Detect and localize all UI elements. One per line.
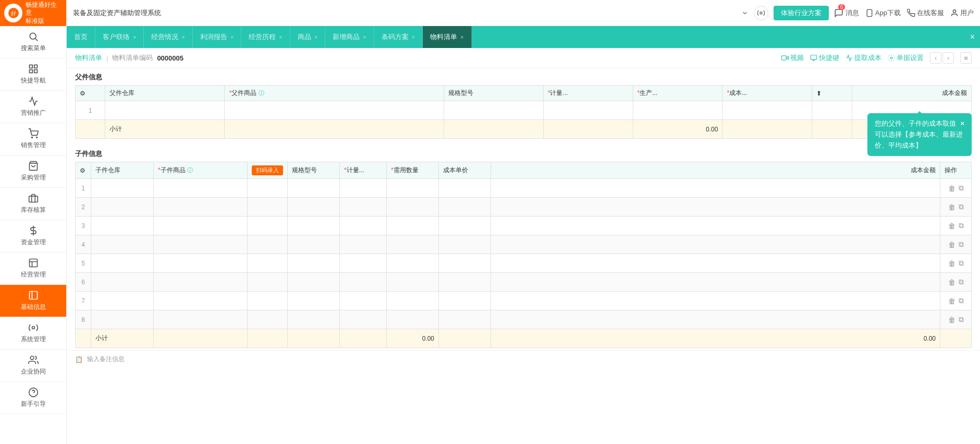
child-warehouse-4[interactable] [91, 235, 154, 254]
child-cost-amount-2[interactable] [491, 198, 940, 217]
delete-icon-1[interactable]: 🗑 [948, 184, 956, 193]
child-unit-5[interactable] [340, 254, 387, 273]
online-service-button[interactable]: 在线客服 [907, 8, 944, 18]
trial-button[interactable]: 体验行业方案 [774, 6, 829, 20]
child-unit-cost-7[interactable] [439, 292, 491, 310]
single-settings-button[interactable]: 单据设置 [888, 53, 924, 63]
sidebar-item-sales[interactable]: 销售管理 [0, 123, 66, 155]
child-quantity-4[interactable] [387, 235, 439, 254]
sidebar-item-guide[interactable]: 新手引导 [0, 382, 66, 414]
tab-close-history[interactable]: × [279, 34, 282, 40]
child-unit-cost-3[interactable] [439, 217, 491, 235]
user-button[interactable]: 用户 [950, 8, 974, 18]
child-unit-cost-8[interactable] [439, 310, 491, 329]
tab-customers[interactable]: 客户联络 × [95, 26, 144, 48]
prev-button[interactable]: ‹ [930, 52, 941, 64]
child-col-settings[interactable]: ⚙ [76, 162, 91, 179]
child-warehouse-3[interactable] [91, 217, 154, 235]
child-product-1[interactable] [154, 179, 248, 198]
delete-icon-3[interactable]: 🗑 [948, 222, 956, 230]
sidebar-item-finance[interactable]: 资金管理 [0, 220, 66, 253]
child-cost-amount-4[interactable] [491, 235, 940, 254]
child-unit-3[interactable] [340, 217, 387, 235]
settings-button[interactable] [754, 6, 768, 20]
child-warehouse-5[interactable] [91, 254, 154, 273]
child-cost-amount-5[interactable] [491, 254, 940, 273]
child-quantity-1[interactable] [387, 179, 439, 198]
tab-new-goods[interactable]: 新增商品 × [325, 26, 374, 48]
child-product-2[interactable] [154, 198, 248, 217]
child-product-6[interactable] [154, 273, 248, 292]
child-unit-cost-4[interactable] [439, 235, 491, 254]
child-product-3[interactable] [154, 217, 248, 235]
child-spec-7[interactable] [288, 292, 340, 310]
shortcut-button[interactable]: 快捷键 [810, 53, 839, 63]
tab-close-bom[interactable]: × [460, 34, 463, 40]
sidebar-item-purchase[interactable]: 采购管理 [0, 155, 66, 188]
parent-product-1[interactable] [225, 101, 444, 120]
child-spec-4[interactable] [288, 235, 340, 254]
sidebar-item-enterprise[interactable]: 企业协同 [0, 350, 66, 382]
tab-close-goods[interactable]: × [314, 34, 317, 40]
tab-close-operations[interactable]: × [181, 34, 185, 40]
child-cost-amount-1[interactable] [491, 179, 940, 198]
tab-close-all[interactable]: × [965, 26, 980, 48]
parent-unit-1[interactable] [543, 101, 633, 120]
child-quantity-5[interactable] [387, 254, 439, 273]
copy-icon-4[interactable]: ⧉ [959, 240, 964, 249]
sidebar-item-quick-nav[interactable]: 快捷导航 [0, 58, 66, 91]
child-spec-8[interactable] [288, 310, 340, 329]
child-warehouse-2[interactable] [91, 198, 154, 217]
child-cost-amount-7[interactable] [491, 292, 940, 310]
menu-icon-button[interactable]: ≡ [960, 52, 972, 64]
scan-button[interactable]: 扫码录入 [252, 165, 283, 175]
message-button[interactable]: 6 消息 [834, 8, 859, 18]
parent-spec-1[interactable] [444, 101, 543, 120]
tab-history[interactable]: 经营历程 × [241, 26, 290, 48]
child-unit-7[interactable] [340, 292, 387, 310]
child-spec-3[interactable] [288, 217, 340, 235]
delete-icon-8[interactable]: 🗑 [948, 316, 956, 324]
breadcrumb-parent[interactable]: 物料清单 [75, 53, 102, 63]
child-cost-amount-6[interactable] [491, 273, 940, 292]
copy-icon-3[interactable]: ⧉ [959, 221, 964, 230]
copy-icon-2[interactable]: ⧉ [959, 202, 964, 211]
child-spec-6[interactable] [288, 273, 340, 292]
tab-close-barcode[interactable]: × [412, 34, 415, 40]
child-warehouse-7[interactable] [91, 292, 154, 310]
child-unit-cost-1[interactable] [439, 179, 491, 198]
parent-warehouse-1[interactable] [105, 101, 225, 120]
next-button[interactable]: › [942, 52, 954, 64]
child-warehouse-6[interactable] [91, 273, 154, 292]
parent-cost-1[interactable] [722, 101, 812, 120]
child-unit-cost-6[interactable] [439, 273, 491, 292]
delete-icon-6[interactable]: 🗑 [948, 278, 956, 286]
tab-profit[interactable]: 利润报告 × [193, 26, 241, 48]
child-warehouse-1[interactable] [91, 179, 154, 198]
extract-cost-button[interactable]: 提取成本 [846, 53, 881, 63]
child-product-7[interactable] [154, 292, 248, 310]
child-quantity-7[interactable] [387, 292, 439, 310]
copy-icon-7[interactable]: ⧉ [959, 296, 964, 305]
copy-icon-6[interactable]: ⧉ [959, 278, 964, 286]
dropdown-icon[interactable] [741, 9, 749, 17]
view-video-button[interactable]: 视频 [781, 53, 804, 63]
sidebar-item-operations[interactable]: 经营管理 [0, 253, 66, 285]
tab-close-profit[interactable]: × [230, 34, 234, 40]
tab-goods[interactable]: 商品 × [290, 26, 325, 48]
sidebar-item-inventory[interactable]: 库存核算 [0, 188, 66, 220]
tab-bom[interactable]: 物料清单 × [423, 26, 471, 48]
delete-icon-7[interactable]: 🗑 [948, 297, 956, 305]
copy-icon-1[interactable]: ⧉ [959, 184, 964, 193]
parent-production-1[interactable] [633, 101, 722, 120]
child-quantity-6[interactable] [387, 273, 439, 292]
child-spec-5[interactable] [288, 254, 340, 273]
child-quantity-3[interactable] [387, 217, 439, 235]
child-spec-2[interactable] [288, 198, 340, 217]
tab-home[interactable]: 首页 [67, 26, 95, 48]
child-unit-8[interactable] [340, 310, 387, 329]
copy-icon-8[interactable]: ⧉ [959, 315, 964, 324]
parent-col-settings[interactable]: ⚙ [76, 86, 105, 101]
child-product-8[interactable] [154, 310, 248, 329]
child-unit-4[interactable] [340, 235, 387, 254]
